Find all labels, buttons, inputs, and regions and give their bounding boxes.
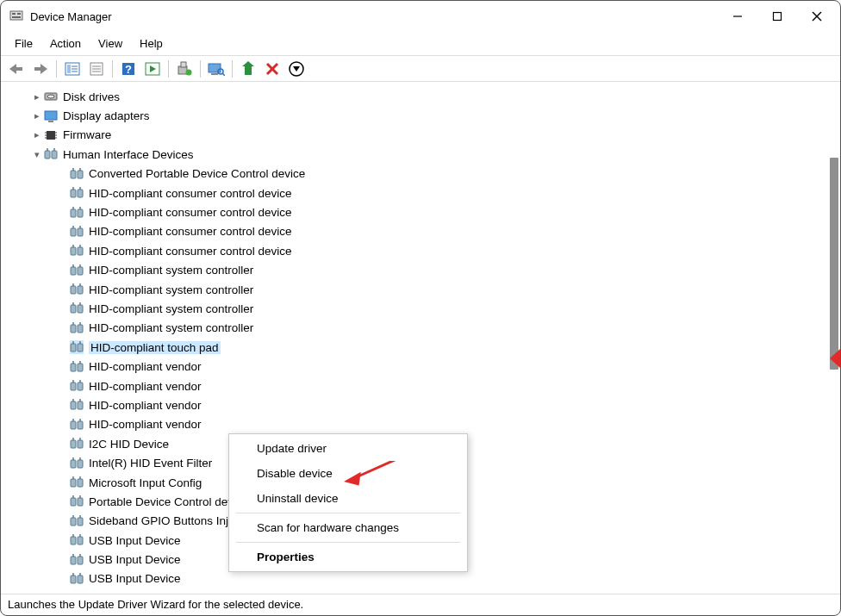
svg-rect-90	[78, 537, 83, 544]
expand-open-icon[interactable]: ▾	[30, 149, 44, 160]
hid-icon	[70, 302, 84, 315]
expand-closed-icon[interactable]: ▸	[30, 91, 44, 103]
hid-icon	[70, 572, 84, 586]
tree-node-label: HID-compliant vendor	[89, 418, 202, 431]
tree-node[interactable]: HID-compliant consumer control device	[18, 202, 828, 221]
tree-node-label: HID-compliant system controller	[89, 321, 253, 334]
hid-icon	[70, 244, 84, 258]
hid-icon	[70, 283, 84, 296]
content-area: ▸Disk drives▸Display adapters▸Firmware▾H…	[1, 82, 840, 594]
tree-node-label: Display adapters	[63, 109, 150, 122]
tree-node[interactable]: ▸Firmware	[18, 126, 828, 145]
svg-rect-60	[78, 247, 83, 255]
tree-node[interactable]: HID-compliant consumer control device	[18, 241, 828, 260]
svg-rect-26	[181, 62, 186, 67]
ctx-disable-device[interactable]: Disable device	[229, 461, 467, 486]
ctx-separator	[236, 513, 460, 513]
svg-rect-78	[78, 421, 83, 429]
tree-node-label: Firmware	[63, 128, 111, 141]
svg-rect-1	[12, 13, 16, 15]
tree-node-label: Portable Device Control device	[89, 495, 248, 508]
menu-file[interactable]: File	[6, 34, 41, 53]
properties-icon[interactable]	[86, 59, 107, 79]
svg-rect-55	[71, 209, 76, 217]
svg-rect-75	[71, 401, 76, 409]
tree-node-label: HID-compliant system controller	[89, 302, 253, 315]
device-manager-window: Device Manager File Action View Help ? ▸…	[0, 0, 841, 616]
tree-node[interactable]: ▾Human Interface Devices	[18, 145, 828, 164]
tree-node[interactable]: HID-compliant vendor	[18, 376, 828, 395]
maximize-button[interactable]	[757, 3, 797, 30]
tree-node[interactable]: HID-compliant vendor	[18, 357, 828, 376]
minimize-button[interactable]	[718, 3, 757, 30]
expand-closed-icon[interactable]: ▸	[30, 110, 44, 121]
hid-icon	[44, 147, 58, 161]
tree-node[interactable]: HID-compliant consumer control device	[18, 222, 828, 241]
show-hide-tree-icon[interactable]	[62, 59, 83, 79]
tree-node[interactable]: Converted Portable Device Control device	[18, 165, 828, 184]
tree-node-label: HID-compliant vendor	[89, 360, 202, 373]
svg-rect-94	[78, 576, 83, 583]
svg-rect-64	[78, 286, 83, 294]
hid-icon	[70, 495, 84, 508]
svg-rect-56	[78, 209, 83, 217]
tree-node-label: HID-compliant consumer control device	[89, 187, 292, 200]
svg-rect-65	[71, 305, 76, 313]
action-panel-icon[interactable]	[142, 59, 163, 79]
tree-node[interactable]: USB Input Device	[18, 569, 828, 588]
tree-node[interactable]: HID-compliant system controller	[18, 280, 828, 299]
tree-node-label: HID-compliant vendor	[89, 380, 202, 393]
scan-hardware-icon[interactable]	[206, 59, 227, 79]
expand-closed-icon[interactable]: ▸	[30, 129, 44, 140]
svg-rect-66	[78, 305, 83, 313]
svg-rect-54	[78, 190, 83, 197]
tree-node[interactable]: HID-compliant consumer control device	[18, 184, 828, 202]
tree-node[interactable]: HID-compliant vendor	[18, 395, 828, 414]
tree-node[interactable]: ▸Display adapters	[18, 106, 828, 125]
back-icon[interactable]	[6, 59, 27, 79]
svg-rect-67	[71, 325, 76, 333]
tree-node[interactable]: HID-compliant vendor	[18, 415, 828, 434]
ctx-update-driver[interactable]: Update driver	[229, 436, 467, 461]
svg-rect-5	[774, 13, 782, 21]
ctx-uninstall-device[interactable]: Uninstall device	[229, 486, 467, 511]
vertical-scrollbar[interactable]	[828, 85, 840, 590]
svg-rect-68	[78, 325, 83, 333]
svg-rect-51	[71, 171, 76, 178]
update-driver-icon[interactable]	[174, 59, 195, 79]
svg-text:?: ?	[125, 63, 132, 76]
tree-node-label: USB Input Device	[89, 534, 181, 547]
tree-node[interactable]: ▸Disk drives	[18, 87, 828, 106]
tree-node[interactable]: HID-compliant system controller	[18, 261, 828, 280]
menu-view[interactable]: View	[90, 34, 131, 53]
tree-node-label: Microsoft Input Config	[89, 476, 202, 489]
tree-node[interactable]: HID-compliant system controller	[18, 319, 828, 338]
hid-icon	[70, 225, 84, 239]
ctx-scan-hardware[interactable]: Scan for hardware changes	[229, 515, 467, 540]
help-icon[interactable]: ?	[118, 59, 139, 79]
disable-device-icon[interactable]	[262, 59, 283, 79]
svg-rect-88	[78, 518, 83, 526]
tree-node[interactable]: HID-compliant system controller	[18, 299, 828, 318]
svg-rect-87	[71, 518, 76, 526]
forward-icon[interactable]	[30, 59, 51, 79]
scrollbar-thumb[interactable]	[830, 158, 838, 370]
tree-node-label: I2C HID Device	[89, 438, 169, 451]
enable-device-icon[interactable]	[238, 59, 259, 79]
svg-rect-83	[71, 479, 76, 487]
svg-rect-84	[78, 479, 83, 487]
menu-action[interactable]: Action	[41, 34, 90, 53]
svg-rect-13	[67, 65, 71, 73]
uninstall-device-icon[interactable]	[286, 59, 307, 79]
svg-rect-61	[71, 267, 76, 275]
tree-node[interactable]: HID-compliant touch pad	[18, 338, 828, 357]
svg-rect-71	[71, 364, 76, 371]
menu-help[interactable]: Help	[131, 34, 171, 53]
svg-rect-79	[71, 440, 76, 448]
close-button[interactable]	[797, 3, 837, 30]
titlebar[interactable]: Device Manager	[1, 1, 840, 32]
svg-rect-81	[71, 460, 76, 468]
status-bar: Launches the Update Driver Wizard for th…	[1, 594, 840, 615]
svg-rect-86	[78, 498, 83, 506]
ctx-properties[interactable]: Properties	[229, 544, 467, 569]
